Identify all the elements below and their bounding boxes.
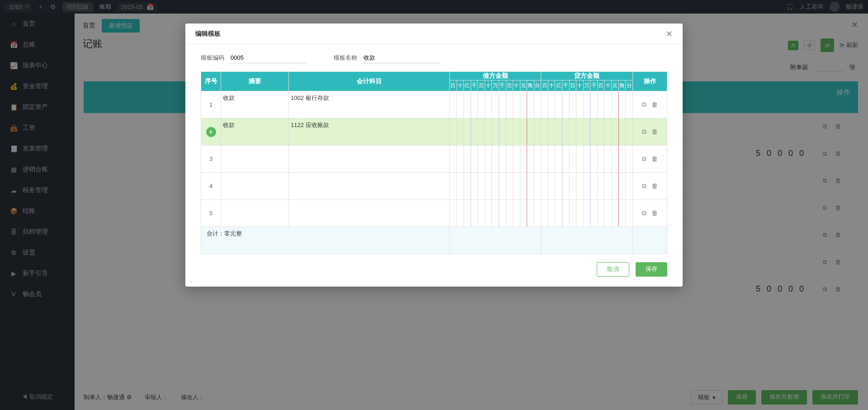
- modal-overlay[interactable]: [0, 0, 868, 14]
